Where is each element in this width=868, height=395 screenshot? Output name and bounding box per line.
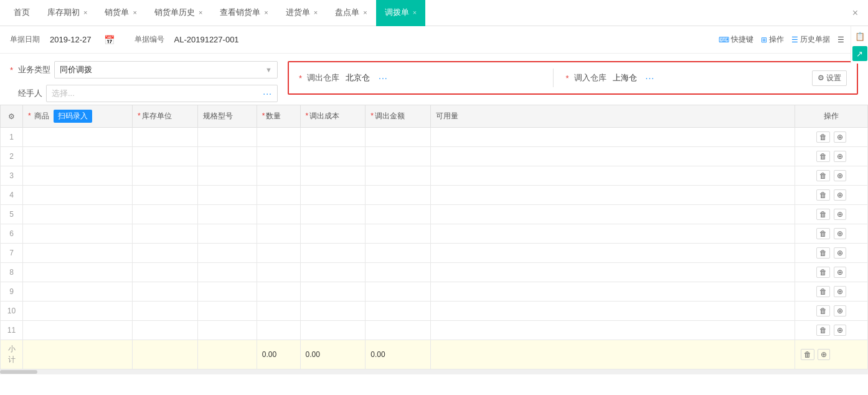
cell-spec[interactable]: [197, 205, 257, 224]
delete-btn[interactable]: 🗑: [816, 305, 830, 316]
sidebar-expand-btn[interactable]: ↗: [852, 46, 867, 61]
tab-close-view-sales[interactable]: ×: [264, 9, 268, 16]
tab-purchase[interactable]: 进货单 ×: [277, 0, 326, 26]
cell-amount[interactable]: [366, 321, 431, 340]
cell-cost[interactable]: [300, 128, 366, 147]
horizontal-scrollbar[interactable]: [0, 369, 868, 374]
cell-cost[interactable]: [300, 186, 366, 205]
cell-cost[interactable]: [300, 321, 366, 340]
business-type-select[interactable]: 同价调拨 ▼: [54, 61, 278, 79]
tab-sales-order[interactable]: 销货单 ×: [96, 0, 145, 26]
cell-qty[interactable]: [257, 224, 300, 244]
delete-btn[interactable]: 🗑: [816, 228, 830, 239]
cell-available[interactable]: [431, 302, 795, 321]
copy-btn[interactable]: ⊕: [834, 267, 846, 278]
delete-btn[interactable]: 🗑: [816, 170, 830, 181]
copy-btn[interactable]: ⊕: [834, 286, 846, 297]
cell-spec[interactable]: [197, 244, 257, 263]
cell-available[interactable]: [431, 321, 795, 340]
cell-qty[interactable]: [257, 186, 300, 205]
shortcut-btn[interactable]: ⌨ 快捷键: [719, 34, 753, 45]
cell-product[interactable]: [23, 166, 133, 186]
sidebar-note-btn[interactable]: 📋: [852, 29, 867, 44]
cell-amount[interactable]: [366, 282, 431, 302]
cell-cost[interactable]: [300, 147, 366, 166]
copy-btn[interactable]: ⊕: [834, 325, 846, 336]
cell-cost[interactable]: [300, 224, 366, 244]
cell-qty[interactable]: [257, 147, 300, 166]
cell-unit[interactable]: [132, 263, 197, 282]
calendar-icon[interactable]: 📅: [104, 35, 115, 45]
tab-close-inventory-init[interactable]: ×: [83, 9, 87, 16]
tab-stocktake[interactable]: 盘点单 ×: [326, 0, 375, 26]
tab-inventory-init[interactable]: 库存期初 ×: [39, 0, 96, 26]
cell-product[interactable]: [23, 282, 133, 302]
tab-close-sales-history[interactable]: ×: [199, 9, 202, 16]
settings-button[interactable]: ⚙ 设置: [812, 70, 847, 86]
cell-unit[interactable]: [132, 186, 197, 205]
cell-unit[interactable]: [132, 224, 197, 244]
tab-close-stocktake[interactable]: ×: [363, 9, 367, 16]
cell-spec[interactable]: [197, 147, 257, 166]
tab-transfer[interactable]: 调拨单 ×: [376, 0, 425, 26]
cell-amount[interactable]: [366, 302, 431, 321]
cell-cost[interactable]: [300, 244, 366, 263]
subtotal-delete-btn[interactable]: 🗑: [801, 349, 814, 360]
cell-amount[interactable]: [366, 186, 431, 205]
copy-btn[interactable]: ⊕: [834, 131, 846, 143]
delete-btn[interactable]: 🗑: [816, 189, 830, 201]
cell-qty[interactable]: [257, 244, 300, 263]
cell-available[interactable]: [431, 224, 795, 244]
cell-product[interactable]: [23, 128, 133, 147]
delete-btn[interactable]: 🗑: [816, 325, 830, 336]
copy-btn[interactable]: ⊕: [834, 170, 846, 181]
cell-spec[interactable]: [197, 224, 257, 244]
cell-unit[interactable]: [132, 282, 197, 302]
cell-spec[interactable]: [197, 186, 257, 205]
cell-available[interactable]: [431, 205, 795, 224]
history-btn[interactable]: ☰ 历史单据: [791, 34, 830, 45]
cell-available[interactable]: [431, 263, 795, 282]
cell-unit[interactable]: [132, 128, 197, 147]
delete-btn[interactable]: 🗑: [816, 131, 830, 143]
copy-btn[interactable]: ⊕: [834, 189, 846, 201]
cell-product[interactable]: [23, 321, 133, 340]
cell-available[interactable]: [431, 282, 795, 302]
cell-cost[interactable]: [300, 166, 366, 186]
copy-btn[interactable]: ⊕: [834, 305, 846, 316]
cell-available[interactable]: [431, 244, 795, 263]
out-warehouse-more-icon[interactable]: ···: [379, 73, 388, 83]
cell-amount[interactable]: [366, 224, 431, 244]
layout-list-btn[interactable]: ☰: [837, 36, 844, 44]
cell-qty[interactable]: [257, 321, 300, 340]
cell-amount[interactable]: [366, 166, 431, 186]
cell-unit[interactable]: [132, 166, 197, 186]
delete-btn[interactable]: 🗑: [816, 247, 830, 259]
cell-cost[interactable]: [300, 263, 366, 282]
delete-btn[interactable]: 🗑: [816, 286, 830, 297]
delete-btn[interactable]: 🗑: [816, 209, 830, 220]
cell-amount[interactable]: [366, 244, 431, 263]
copy-btn[interactable]: ⊕: [834, 228, 846, 239]
cell-product[interactable]: [23, 224, 133, 244]
cell-amount[interactable]: [366, 205, 431, 224]
cell-qty[interactable]: [257, 302, 300, 321]
cell-available[interactable]: [431, 166, 795, 186]
cell-amount[interactable]: [366, 147, 431, 166]
cell-qty[interactable]: [257, 205, 300, 224]
tab-home[interactable]: 首页: [5, 0, 39, 26]
copy-btn[interactable]: ⊕: [834, 247, 846, 259]
cell-product[interactable]: [23, 205, 133, 224]
cell-unit[interactable]: [132, 205, 197, 224]
delete-btn[interactable]: 🗑: [816, 267, 830, 278]
cell-product[interactable]: [23, 302, 133, 321]
cell-unit[interactable]: [132, 302, 197, 321]
operation-btn[interactable]: ⊞ 操作: [761, 34, 784, 45]
tab-close-sales-order[interactable]: ×: [133, 9, 136, 16]
copy-btn[interactable]: ⊕: [834, 151, 846, 162]
cell-spec[interactable]: [197, 166, 257, 186]
cell-product[interactable]: [23, 147, 133, 166]
cell-unit[interactable]: [132, 147, 197, 166]
cell-qty[interactable]: [257, 128, 300, 147]
tab-view-sales[interactable]: 查看销货单 ×: [211, 0, 276, 26]
